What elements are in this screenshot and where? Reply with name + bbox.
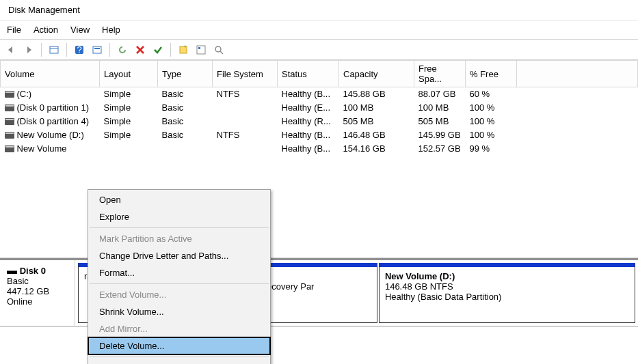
new-icon[interactable] [176, 43, 190, 57]
svg-point-11 [215, 46, 221, 52]
ctx-shrink[interactable]: Shrink Volume... [88, 303, 270, 320]
show-hide-icon[interactable] [47, 43, 61, 57]
volume-list: Volume Layout Type File System Status Ca… [0, 60, 638, 258]
col-spacer [517, 61, 638, 87]
svg-line-12 [220, 51, 223, 54]
col-capacity[interactable]: Capacity [339, 61, 414, 87]
partition-size: 146.48 GB NTFS [385, 281, 629, 292]
toolbar: ? [0, 40, 638, 60]
volume-icon [5, 132, 14, 139]
volume-icon [5, 91, 14, 98]
ctx-change-letter[interactable]: Change Drive Letter and Paths... [88, 247, 270, 264]
volume-icon [5, 118, 14, 125]
svg-rect-8 [180, 46, 187, 53]
partition-name: New Volume (D:) [385, 271, 629, 281]
partition-status: Healthy (Basic Data Partition) [385, 292, 629, 302]
disk-type: Basic [7, 276, 68, 286]
table-row[interactable]: New Volume (D:)SimpleBasicNTFSHealthy (B… [1, 128, 638, 142]
svg-rect-7 [94, 48, 100, 49]
ctx-delete-volume[interactable]: Delete Volume... [88, 337, 270, 354]
col-type[interactable]: Type [158, 61, 213, 87]
col-pctfree[interactable]: % Free [466, 61, 517, 87]
title-bar: Disk Management [0, 0, 638, 20]
svg-rect-9 [197, 46, 205, 54]
menu-bar: File Action View Help [0, 20, 638, 40]
context-menu: Open Explore Mark Partition as Active Ch… [88, 189, 271, 364]
col-layout[interactable]: Layout [100, 61, 158, 87]
svg-rect-6 [93, 46, 101, 53]
svg-text:?: ? [77, 44, 81, 55]
menu-file[interactable]: File [7, 25, 21, 35]
svg-rect-10 [198, 47, 200, 49]
menu-view[interactable]: View [70, 25, 90, 35]
table-row[interactable]: New VolumeHealthy (B...154.16 GB152.57 G… [1, 142, 638, 156]
table-row[interactable]: (C:)SimpleBasicNTFSHealthy (B...145.88 G… [1, 87, 638, 101]
table-row[interactable]: (Disk 0 partition 4)SimpleBasicHealthy (… [1, 115, 638, 128]
ctx-add-mirror: Add Mirror... [88, 320, 270, 337]
col-filesystem[interactable]: File System [213, 61, 278, 87]
refresh-icon[interactable] [116, 43, 129, 57]
disk-state: Online [7, 296, 68, 307]
delete-icon[interactable] [133, 43, 147, 57]
volume-icon [5, 104, 14, 111]
ctx-properties[interactable]: Properties [88, 359, 270, 364]
volume-icon [5, 145, 14, 152]
help-icon[interactable]: ? [72, 43, 86, 57]
ctx-mark-active: Mark Partition as Active [88, 230, 270, 247]
properties-icon[interactable] [194, 43, 208, 57]
disk-name: Disk 0 [20, 266, 46, 276]
col-freespace[interactable]: Free Spa... [414, 61, 466, 87]
partition-box[interactable]: New Volume (D:) 146.48 GB NTFS Healthy (… [379, 263, 635, 323]
ctx-open[interactable]: Open [88, 191, 270, 208]
column-header-row: Volume Layout Type File System Status Ca… [1, 61, 638, 87]
menu-action[interactable]: Action [34, 25, 58, 35]
svg-rect-2 [50, 46, 58, 53]
search-icon[interactable] [212, 43, 226, 57]
col-status[interactable]: Status [278, 61, 339, 87]
menu-help[interactable]: Help [102, 25, 120, 35]
disk-icon: ▬ [7, 264, 17, 276]
col-volume[interactable]: Volume [1, 61, 100, 87]
ctx-explore[interactable]: Explore [88, 208, 270, 225]
forward-icon[interactable] [22, 43, 36, 57]
table-row[interactable]: (Disk 0 partition 1)SimpleBasicHealthy (… [1, 101, 638, 115]
ctx-extend: Extend Volume... [88, 286, 270, 303]
disk-header[interactable]: ▬ Disk 0 Basic 447.12 GB Online [0, 260, 75, 326]
settings-icon[interactable] [90, 43, 104, 57]
ctx-format[interactable]: Format... [88, 264, 270, 281]
window-title: Disk Management [8, 5, 80, 15]
disk-size: 447.12 GB [7, 286, 68, 296]
apply-icon[interactable] [151, 43, 165, 57]
back-icon[interactable] [4, 43, 18, 57]
